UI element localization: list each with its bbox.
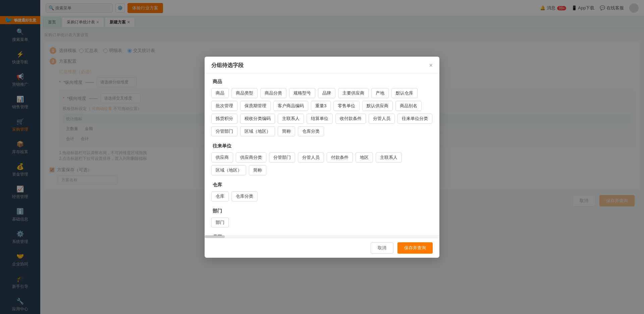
field-tag-0-22[interactable]: 分管部门 — [211, 126, 237, 136]
field-tag-0-16[interactable]: 税收分类编码 — [240, 114, 275, 124]
modal-close-button[interactable]: × — [429, 62, 433, 69]
field-tag-1-8[interactable]: 简称 — [249, 165, 266, 175]
field-section-title-1: 往来单位 — [211, 143, 433, 149]
field-tag-0-21[interactable]: 往来单位分类 — [397, 114, 432, 124]
field-tag-0-15[interactable]: 拣货积分 — [211, 114, 237, 124]
field-tag-1-4[interactable]: 付款条件 — [327, 152, 353, 163]
modal-overlay: 分组待选字段 × 商品商品商品类型商品分类规格型号品牌主要供应商产地默认仓库批次… — [0, 0, 644, 210]
field-tag-0-14[interactable]: 商品别名 — [395, 101, 422, 111]
field-tag-0-11[interactable]: 重量3 — [311, 101, 331, 111]
field-section-3: 部门部门 — [211, 208, 433, 211]
modal-dialog: 分组待选字段 × 商品商品商品类型商品分类规格型号品牌主要供应商产地默认仓库批次… — [205, 57, 439, 211]
field-tag-0-6[interactable]: 产地 — [371, 88, 389, 98]
modal-header: 分组待选字段 × — [205, 57, 439, 73]
field-tag-0-18[interactable]: 结算单位 — [307, 114, 333, 124]
field-tag-2-1[interactable]: 仓库分类 — [231, 191, 258, 201]
field-tag-0-4[interactable]: 品牌 — [318, 88, 335, 98]
field-tags-1: 供应商供应商分类分管部门分管人员付款条件地区主联系人区域（地区）简称 — [211, 152, 433, 175]
field-tag-1-2[interactable]: 分管部门 — [269, 152, 295, 163]
field-tag-2-0[interactable]: 仓库 — [211, 191, 229, 201]
field-tags-2: 仓库仓库分类 — [211, 191, 433, 201]
modal-title: 分组待选字段 — [211, 62, 244, 69]
field-tag-0-7[interactable]: 默认仓库 — [391, 88, 418, 98]
field-section-title-0: 商品 — [211, 79, 433, 85]
field-tag-1-7[interactable]: 区域（地区） — [211, 165, 246, 175]
field-tag-1-1[interactable]: 供应商分类 — [236, 152, 266, 163]
field-tag-1-3[interactable]: 分管人员 — [298, 152, 324, 163]
field-tag-0-24[interactable]: 简称 — [278, 126, 295, 136]
field-tag-0-13[interactable]: 默认供应商 — [362, 101, 393, 111]
field-tag-0-1[interactable]: 商品类型 — [231, 88, 258, 98]
field-tag-0-10[interactable]: 客户商品编码 — [273, 101, 308, 111]
field-section-0: 商品商品商品类型商品分类规格型号品牌主要供应商产地默认仓库批次管理保质期管理客户… — [211, 79, 433, 136]
field-section-title-2: 仓库 — [211, 182, 433, 188]
field-tags-0: 商品商品类型商品分类规格型号品牌主要供应商产地默认仓库批次管理保质期管理客户商品… — [211, 88, 433, 136]
field-tag-0-8[interactable]: 批次管理 — [211, 101, 237, 111]
field-tag-0-19[interactable]: 收付款条件 — [335, 114, 366, 124]
field-tag-0-20[interactable]: 分管人员 — [369, 114, 395, 124]
field-tag-1-5[interactable]: 地区 — [356, 152, 373, 163]
field-tag-0-12[interactable]: 零售单位 — [333, 101, 360, 111]
field-section-1: 往来单位供应商供应商分类分管部门分管人员付款条件地区主联系人区域（地区）简称 — [211, 143, 433, 175]
field-tag-0-5[interactable]: 主要供应商 — [338, 88, 369, 98]
field-tag-0-25[interactable]: 仓库分类 — [298, 126, 324, 136]
field-section-2: 仓库仓库仓库分类 — [211, 182, 433, 201]
field-section-title-3: 部门 — [211, 208, 433, 211]
field-tag-1-6[interactable]: 主联系人 — [376, 152, 402, 163]
field-tag-0-23[interactable]: 区域（地区） — [240, 126, 275, 136]
modal-body: 商品商品商品类型商品分类规格型号品牌主要供应商产地默认仓库批次管理保质期管理客户… — [205, 73, 439, 211]
field-tag-1-0[interactable]: 供应商 — [211, 152, 233, 163]
field-tag-0-2[interactable]: 商品分类 — [260, 88, 286, 98]
field-tag-0-0[interactable]: 商品 — [211, 88, 229, 98]
field-tag-0-3[interactable]: 规格型号 — [289, 88, 315, 98]
field-tag-0-9[interactable]: 保质期管理 — [240, 101, 271, 111]
field-tag-0-17[interactable]: 主联系人 — [278, 114, 304, 124]
